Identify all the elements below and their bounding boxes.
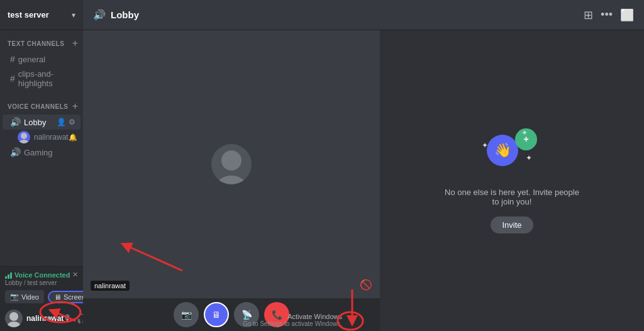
gaming-label: Gaming: [24, 148, 53, 157]
speaker-icon: 🔊: [10, 117, 21, 127]
user-avatar-small: [18, 131, 30, 143]
channel-name: clips-and-highlights: [18, 69, 75, 88]
add-voice-icon[interactable]: +: [72, 101, 78, 112]
top-bar-actions: ⊞ ••• ⬜: [584, 8, 634, 22]
chevron-down-icon: ▾: [72, 11, 75, 20]
screen-control-btn[interactable]: 🖥: [204, 302, 229, 327]
screen-icon: 🖥: [54, 293, 61, 301]
server-name: test server: [8, 10, 49, 20]
invite-message: No one else is here yet. Invite people t…: [443, 188, 581, 206]
sidebar-spacer: [0, 162, 83, 266]
svg-point-4: [221, 150, 242, 171]
sidebar: test server ▾ TEXT CHANNELS + # general …: [0, 0, 83, 331]
minimize-icon[interactable]: ⬜: [620, 8, 634, 22]
windows-subtitle: Go to Settings to activate Windows.: [243, 320, 342, 327]
user-video-avatar: [211, 144, 252, 184]
voice-channels-section: VOICE CHANNELS + 🔊 Lobby 👤 ⚙ nalinr: [0, 93, 83, 162]
svg-point-3: [7, 322, 21, 327]
voice-close-icon[interactable]: ✕: [72, 271, 78, 279]
lobby-label: Lobby: [24, 118, 46, 127]
voice-channels-header[interactable]: VOICE CHANNELS +: [0, 98, 83, 115]
mute-icon[interactable]: 🎙: [64, 313, 72, 323]
unmute-icon: 🔔: [69, 133, 77, 142]
channel-general[interactable]: # general: [3, 52, 80, 67]
grid-icon[interactable]: ⊞: [584, 8, 593, 22]
speaker-icon-gaming: 🔊: [10, 147, 21, 157]
more-icon[interactable]: •••: [601, 8, 613, 21]
text-channels-label: TEXT CHANNELS: [8, 40, 64, 47]
invite-button[interactable]: Invite: [491, 216, 533, 233]
sparkle-3: ✦: [482, 141, 488, 150]
channel-clips[interactable]: # clips-and-highlights: [3, 67, 80, 91]
signal-bar-1: [5, 276, 7, 279]
muted-indicator: 🚫: [360, 279, 372, 291]
sparkle-1: ✦: [521, 128, 528, 137]
voice-connected-label: Voice Connected: [14, 271, 70, 279]
lobby-user[interactable]: nalinrawat 🔔: [3, 130, 80, 145]
speaker-title-icon: 🔊: [93, 9, 106, 21]
top-bar: 🔊 Lobby ⊞ ••• ⬜: [83, 0, 644, 30]
signal-bars: [5, 271, 12, 279]
channel-name: general: [18, 55, 45, 64]
voice-channel-gaming[interactable]: 🔊 Gaming: [3, 145, 80, 160]
video-tiles: nalinrawat 🚫: [83, 30, 380, 298]
signal-bar-2: [8, 274, 9, 279]
voice-channel-lobby[interactable]: 🔊 Lobby 👤 ⚙: [3, 115, 80, 130]
voice-channel-right: 👤 ⚙: [57, 118, 75, 126]
svg-point-1: [19, 140, 29, 143]
voice-connected-bar: Voice Connected ✕ Lobby / test server 📷 …: [0, 266, 83, 306]
user-plus-icon[interactable]: 👤: [57, 118, 66, 126]
video-button[interactable]: 📷 Video: [5, 290, 44, 303]
username: nalinrawat: [26, 314, 64, 323]
svg-point-2: [9, 312, 18, 321]
camera-control-btn[interactable]: 📷: [174, 302, 199, 327]
text-channels-header[interactable]: TEXT CHANNELS +: [0, 35, 83, 52]
voice-status-left: Voice Connected: [5, 271, 70, 279]
main-content: 🔊 Lobby ⊞ ••• ⬜: [83, 0, 644, 331]
video-user-label: nalinrawat: [91, 281, 130, 291]
video-tile: nalinrawat 🚫: [83, 30, 380, 298]
voice-actions-row: 📷 Video 🖥 Screen: [5, 290, 78, 303]
video-section: nalinrawat 🚫 📷 🖥 📡 📞 Activate Windows Go…: [83, 30, 380, 331]
signal-bar-3: [10, 272, 12, 279]
user-avatar: [5, 310, 23, 327]
sparkle-2: ✦: [526, 154, 532, 162]
channel-title-text: Lobby: [111, 9, 139, 20]
lobby-username: nalinrawat: [34, 133, 69, 142]
user-info: nalinrawat: [5, 310, 64, 327]
server-header[interactable]: test server ▾: [0, 0, 83, 30]
bottom-bar: 📷 🖥 📡 📞 Activate Windows Go to Settings …: [83, 298, 380, 331]
hash-icon: #: [10, 54, 15, 64]
voice-channels-label: VOICE CHANNELS: [8, 103, 68, 110]
windows-notice: Activate Windows Go to Settings to activ…: [243, 313, 342, 327]
invite-panel: 👋 + ✦ ✦ ✦ No one else is here yet. Invit…: [380, 30, 644, 331]
svg-point-0: [21, 133, 27, 139]
voice-area: nalinrawat 🚫 📷 🖥 📡 📞 Activate Windows Go…: [83, 30, 644, 331]
invite-illustration: 👋 + ✦ ✦ ✦: [487, 128, 537, 172]
video-icon: 📷: [10, 293, 19, 301]
wave-icon-circle: 👋: [487, 135, 518, 166]
text-channels-section: TEXT CHANNELS + # general # clips-and-hi…: [0, 30, 83, 93]
hash-icon: #: [10, 74, 15, 84]
settings-icon[interactable]: ⚙: [69, 118, 75, 126]
svg-point-5: [216, 176, 247, 184]
user-panel: nalinrawat 🎙 🎧 ⚙: [0, 306, 83, 331]
channel-title: 🔊 Lobby: [93, 9, 139, 21]
windows-title: Activate Windows: [243, 313, 342, 320]
voice-server-info: Lobby / test server: [5, 279, 78, 286]
wave-icon: 👋: [494, 142, 511, 159]
user-video-avatar-ring: [209, 142, 253, 186]
voice-channel-left: 🔊 Lobby: [10, 117, 46, 127]
add-channel-icon[interactable]: +: [72, 38, 78, 49]
voice-status-row: Voice Connected ✕: [5, 271, 78, 279]
